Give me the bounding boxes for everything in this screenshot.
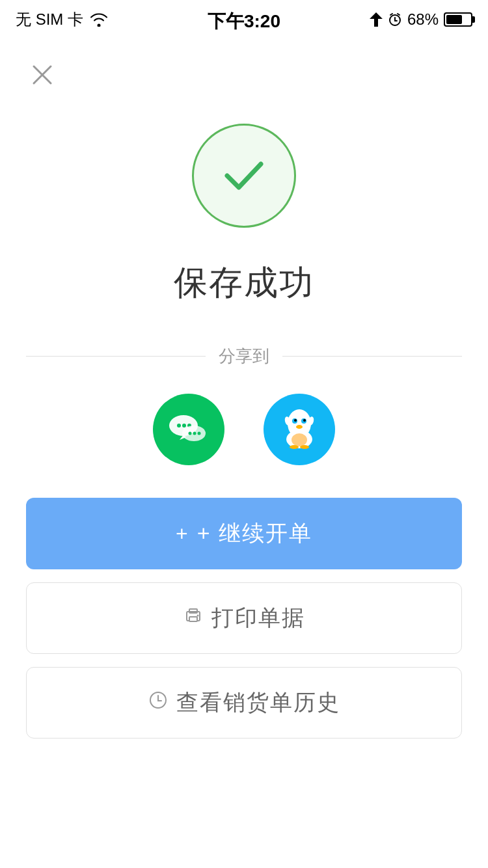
svg-line-4 — [398, 14, 400, 15]
svg-point-26 — [290, 445, 299, 449]
wifi-icon — [90, 12, 108, 27]
svg-point-20 — [303, 419, 306, 422]
svg-point-23 — [291, 433, 307, 446]
status-time: 下午3:20 — [208, 9, 280, 34]
svg-point-27 — [300, 445, 309, 449]
wechat-share-button[interactable] — [153, 394, 224, 465]
continue-button[interactable]: + + 继续开单 — [26, 498, 462, 569]
svg-line-3 — [390, 14, 392, 15]
success-circle — [192, 124, 296, 228]
share-icons-row — [26, 394, 462, 465]
close-button[interactable] — [26, 59, 59, 91]
status-left: 无 SIM 卡 — [16, 9, 108, 30]
status-bar: 无 SIM 卡 下午3:20 68% — [0, 0, 488, 39]
location-icon — [370, 12, 383, 27]
share-divider: 分享到 — [26, 345, 462, 368]
clock-icon — [148, 690, 169, 716]
share-section: 分享到 — [26, 345, 462, 465]
history-label: 查看销货单历史 — [176, 688, 340, 718]
svg-point-13 — [193, 432, 197, 435]
no-sim-text: 无 SIM 卡 — [16, 9, 83, 30]
history-button[interactable]: 查看销货单历史 — [26, 667, 462, 739]
qq-icon — [280, 407, 319, 452]
action-buttons: + + 继续开单 打印单据 — [26, 498, 462, 739]
svg-point-9 — [182, 424, 186, 427]
checkmark-icon — [218, 148, 270, 203]
svg-point-21 — [296, 425, 303, 429]
continue-label: + 继续开单 — [197, 519, 312, 549]
wechat-icon — [167, 410, 211, 449]
print-button[interactable]: 打印单据 — [26, 582, 462, 654]
svg-point-14 — [198, 432, 201, 435]
battery-indicator — [444, 12, 472, 27]
plus-icon: + — [176, 522, 189, 546]
battery-percent: 68% — [407, 10, 439, 29]
svg-point-8 — [177, 424, 181, 427]
printer-icon — [183, 605, 204, 631]
status-right: 68% — [370, 10, 472, 29]
main-content: 保存成功 分享到 — [0, 39, 488, 765]
svg-rect-29 — [189, 617, 197, 621]
alarm-icon — [388, 12, 402, 27]
svg-point-12 — [189, 432, 192, 435]
svg-point-19 — [294, 419, 297, 422]
divider-right — [282, 356, 462, 357]
success-title: 保存成功 — [174, 260, 314, 306]
share-label: 分享到 — [219, 345, 269, 368]
qq-share-button[interactable] — [264, 394, 335, 465]
svg-point-31 — [197, 615, 199, 617]
divider-left — [26, 356, 206, 357]
print-label: 打印单据 — [211, 603, 305, 633]
